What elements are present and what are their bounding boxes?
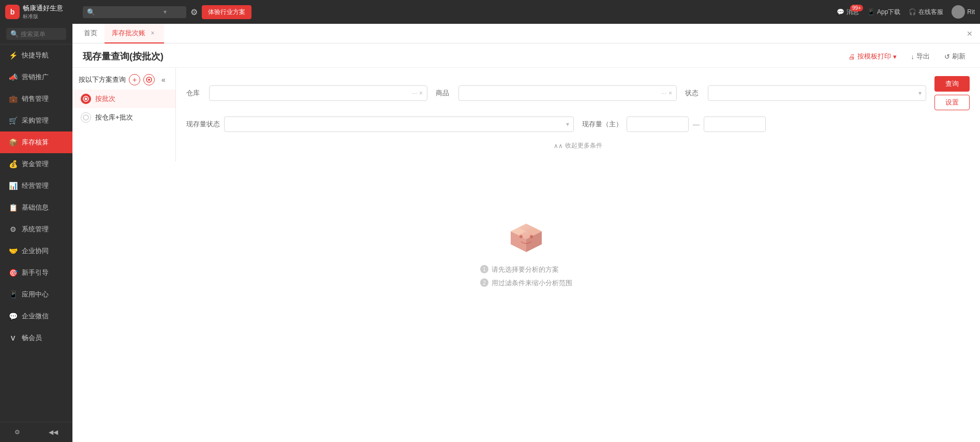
set-button[interactable]: 设置 <box>934 95 970 110</box>
goods-clear-icon[interactable]: × <box>669 90 672 97</box>
filter-field-warehouse: 仓库 ··· × <box>186 85 427 101</box>
experience-button[interactable]: 体验行业方案 <box>202 5 251 19</box>
wechat-icon: 💬 <box>8 312 18 321</box>
content-area: 首页 库存批次账 × ✕ 现存量查询(按批次) 🖨 按模板打印 ▾ <box>72 24 980 442</box>
sidebar-item-wechat[interactable]: 💬 企业微信 <box>0 305 72 327</box>
page-content: 现存量查询(按批次) 🖨 按模板打印 ▾ ↓ 导出 ↺ <box>72 43 980 442</box>
empty-illustration <box>495 203 557 255</box>
member-icon: V <box>8 333 18 343</box>
sidebar-item-apps[interactable]: 📱 应用中心 <box>0 284 72 305</box>
scheme-label-by-warehouse-batch: 按仓库+批次 <box>95 113 133 122</box>
export-label: 导出 <box>916 52 930 61</box>
warehouse-clear-icon[interactable]: × <box>419 90 423 97</box>
sidebar-label-basic: 基础信息 <box>22 203 49 212</box>
settings-scheme-btn[interactable] <box>143 74 155 85</box>
company-name: 畅康通好生意 <box>23 4 63 13</box>
apps-icon: 📱 <box>8 290 18 299</box>
sidebar-search-input[interactable] <box>21 31 62 38</box>
purchase-icon: 🛒 <box>8 116 18 125</box>
tab-inventory-batch[interactable]: 库存批次账 × <box>105 24 164 43</box>
user-profile[interactable]: Rit <box>952 5 975 19</box>
tab-close-btn[interactable]: × <box>149 29 157 37</box>
query-button[interactable]: 查询 <box>934 76 970 92</box>
app-download-label: App下载 <box>877 8 900 17</box>
stock-status-dropdown-icon: ▾ <box>566 121 569 128</box>
warehouse-input[interactable]: ··· × <box>209 85 427 101</box>
sidebar-item-purchase[interactable]: 🛒 采购管理 <box>0 110 72 131</box>
sidebar-item-inventory[interactable]: 📦 库存核算 <box>0 131 72 153</box>
stock-qty-min-input[interactable] <box>627 116 689 132</box>
warehouse-more-icon[interactable]: ··· <box>412 90 417 97</box>
tip-2-num: 2 <box>480 278 488 287</box>
sidebar-search-icon: 🔍 <box>10 30 19 38</box>
dropdown-icon[interactable]: ▾ <box>164 8 167 16</box>
collapse-more-icon: ∧∧ <box>554 142 563 150</box>
filter-field-goods: 商品 ··· × <box>436 85 677 101</box>
message-icon: 💬 <box>837 8 844 16</box>
refresh-label: 刷新 <box>952 52 966 61</box>
sidebar-item-operations[interactable]: 📊 经营管理 <box>0 175 72 197</box>
sidebar-settings-btn[interactable]: ⚙ <box>10 426 24 438</box>
sidebar-item-member[interactable]: V 畅会员 <box>0 327 72 349</box>
sidebar-item-system[interactable]: ⚙ 系统管理 <box>0 218 72 240</box>
scheme-item-by-batch[interactable]: 按批次 <box>72 90 175 108</box>
goods-label: 商品 <box>436 89 454 98</box>
filter-left: 按以下方案查询 + « <box>72 68 176 161</box>
user-name: Rit <box>967 8 975 16</box>
basic-icon: 📋 <box>8 203 18 212</box>
add-scheme-btn[interactable]: + <box>129 74 140 85</box>
tab-inventory-batch-label: 库存批次账 <box>112 28 145 38</box>
sidebar-label-wechat: 企业微信 <box>22 312 49 321</box>
online-service-button[interactable]: 🎧 在线客服 <box>909 8 943 17</box>
sidebar-item-guide[interactable]: 🎯 新手引导 <box>0 262 72 284</box>
sidebar-label-apps: 应用中心 <box>22 290 49 299</box>
tab-area-close-btn[interactable]: ✕ <box>963 27 976 40</box>
goods-input-field[interactable] <box>463 90 659 97</box>
messages-button[interactable]: 💬 消息 99+ <box>837 8 859 17</box>
svg-point-11 <box>530 235 533 238</box>
logo: b 畅康通好生意 标准版 <box>5 4 78 20</box>
system-icon: ⚙ <box>8 225 18 234</box>
status-select[interactable]: ▾ <box>708 85 926 101</box>
tab-home[interactable]: 首页 <box>77 24 105 43</box>
marketing-icon: 📣 <box>8 72 18 82</box>
warehouse-label: 仓库 <box>186 89 205 98</box>
print-dropdown-icon[interactable]: ▾ <box>893 53 897 61</box>
refresh-btn[interactable]: ↺ 刷新 <box>940 50 970 63</box>
sidebar-label-inventory: 库存核算 <box>22 138 49 147</box>
guide-icon: 🎯 <box>8 268 18 277</box>
collapse-scheme-btn[interactable]: « <box>158 74 169 85</box>
main-layout: 🔍 ⚡ 快捷导航 📣 营销推广 💼 销售管理 🛒 采购管理 <box>0 24 980 442</box>
settings-icon[interactable]: ⚙ <box>190 7 198 17</box>
collapse-more-btn[interactable]: ∧∧ 收起更多条件 <box>186 138 970 153</box>
sidebar-item-finance[interactable]: 💰 资金管理 <box>0 153 72 175</box>
empty-state: 1 请先选择要分析的方案 2 用过滤条件来缩小分析范围 <box>72 161 980 329</box>
top-search-input[interactable] <box>98 8 160 16</box>
sidebar-label-operations: 经营管理 <box>22 181 49 190</box>
sidebar-item-marketing[interactable]: 📣 营销推广 <box>0 66 72 88</box>
goods-more-icon[interactable]: ··· <box>661 90 666 97</box>
filter-right: 仓库 ··· × <box>176 68 980 161</box>
export-btn[interactable]: ↓ 导出 <box>907 50 934 63</box>
sidebar-item-sales[interactable]: 💼 销售管理 <box>0 88 72 110</box>
scheme-item-by-warehouse-batch[interactable]: 按仓库+批次 <box>72 108 175 127</box>
tip-2-text: 用过滤条件来缩小分析范围 <box>492 278 572 288</box>
app-download-button[interactable]: 📱 App下载 <box>867 8 900 17</box>
top-search-bar[interactable]: 🔍 ▾ <box>83 6 186 18</box>
warehouse-input-field[interactable] <box>214 90 410 97</box>
messages-badge: 99+ <box>850 5 863 11</box>
sidebar-collapse-btn[interactable]: ◀◀ <box>44 426 62 438</box>
sidebar-item-enterprise[interactable]: 🤝 企业协同 <box>0 240 72 262</box>
print-btn[interactable]: 🖨 按模板打印 ▾ <box>844 50 901 63</box>
empty-tip-1: 1 请先选择要分析的方案 <box>480 265 572 274</box>
scheme-icon-warehouse-batch <box>81 112 91 123</box>
stock-qty-max-input[interactable] <box>704 116 766 132</box>
page-header-actions: 🖨 按模板打印 ▾ ↓ 导出 ↺ 刷新 <box>844 50 970 63</box>
stock-status-select[interactable]: ▾ <box>224 116 574 132</box>
goods-input[interactable]: ··· × <box>458 85 677 101</box>
sidebar-search[interactable]: 🔍 <box>0 24 72 45</box>
refresh-icon: ↺ <box>944 53 950 61</box>
inventory-icon: 📦 <box>8 138 18 147</box>
sidebar-item-quick-nav[interactable]: ⚡ 快捷导航 <box>0 45 72 66</box>
sidebar-item-basic[interactable]: 📋 基础信息 <box>0 197 72 218</box>
